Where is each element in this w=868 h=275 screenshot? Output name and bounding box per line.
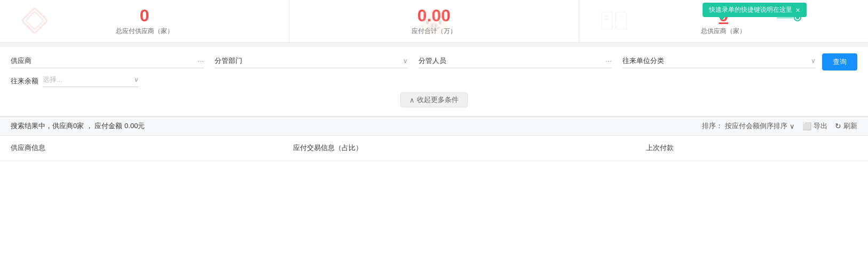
refresh-icon: ↻ [835, 122, 841, 130]
collapse-icon: ∧ [409, 96, 415, 104]
balance-placeholder: 选择... [43, 75, 134, 84]
total-suppliers-label: 总供应商（家） [701, 27, 746, 36]
refresh-label: 刷新 [843, 121, 857, 131]
col-payable-header: 应付交易信息（占比） [293, 143, 646, 153]
query-button[interactable]: 查询 [822, 53, 857, 70]
stat-payable-suppliers: 0 总应付供应商（家） [0, 0, 289, 42]
payable-suppliers-number: 0 [140, 6, 149, 25]
person-input[interactable] [446, 57, 605, 65]
tooltip-text: 快速录单的快捷键说明在这里 [709, 5, 792, 14]
svg-rect-3 [616, 12, 626, 29]
stat-total-suppliers: 快速录单的快捷键说明在这里 × 0 总供应商（家） [579, 0, 868, 42]
supplier-label: 供应商 [11, 56, 37, 66]
person-dots[interactable]: ··· [605, 57, 612, 65]
unit-category-chevron[interactable]: ∨ [811, 57, 816, 65]
table-header: 供应商信息 应付交易信息（占比） 上次付款 [0, 136, 868, 161]
dept-label: 分管部门 [215, 56, 242, 66]
result-amount: 应付金额 0.00元 [94, 122, 145, 130]
unit-category-label: 往来单位分类 [622, 56, 664, 66]
result-separator: ， [86, 122, 93, 130]
balance-label: 往来余额 [11, 76, 43, 86]
result-info: 搜索结果中，供应商0家 ， 应付金额 0.00元 [11, 121, 145, 131]
export-button[interactable]: ⬜ 导出 [802, 121, 827, 131]
collapse-button[interactable]: ∧ 收起更多条件 [400, 92, 468, 107]
search-area: 供应商 ··· 分管部门 ∨ 分管人员 ··· 往来单位分类 ∨ 查询 往来余额… [0, 47, 868, 116]
top-stats-bar: 0 总应付供应商（家） 🐷 0.00 应付合计（万） 快速录单的快捷键说明在这里… [0, 0, 868, 43]
stat-payable-total: 🐷 0.00 应付合计（万） [289, 0, 579, 42]
person-label: 分管人员 [419, 56, 446, 66]
result-text: 搜索结果中，供应商0家 [11, 122, 84, 130]
collapse-bar: ∧ 收起更多条件 [11, 89, 857, 112]
balance-select[interactable]: 选择... ∨ [43, 75, 139, 87]
balance-chevron[interactable]: ∨ [134, 76, 139, 83]
diamond-icon [21, 7, 48, 35]
piggy-icon: 🐷 [418, 6, 450, 36]
supplier-dots[interactable]: ··· [198, 57, 204, 65]
dept-chevron[interactable]: ∨ [403, 57, 408, 65]
search-row-1: 供应商 ··· 分管部门 ∨ 分管人员 ··· 往来单位分类 ∨ 查询 [11, 53, 857, 70]
sort-select[interactable]: 排序： 按应付会额倒序排序 ∨ [702, 121, 795, 131]
result-bar: 搜索结果中，供应商0家 ， 应付金额 0.00元 排序： 按应付会额倒序排序 ∨… [0, 116, 868, 136]
supplier-field: 供应商 ··· [11, 56, 204, 68]
result-actions: 排序： 按应付会额倒序排序 ∨ ⬜ 导出 ↻ 刷新 [702, 121, 857, 131]
export-icon: ⬜ [802, 122, 811, 130]
suppliers-icon [601, 11, 627, 32]
svg-rect-2 [602, 12, 612, 29]
unit-category-input[interactable] [664, 57, 811, 65]
col-lastpay-header: 上次付款 [646, 143, 858, 153]
table-body [0, 161, 868, 275]
sort-value: 按应付会额倒序排序 [725, 121, 787, 131]
dept-field: 分管部门 ∨ [215, 56, 408, 68]
refresh-button[interactable]: ↻ 刷新 [835, 121, 857, 131]
col-supplier-header: 供应商信息 [11, 143, 293, 153]
sort-chevron[interactable]: ∨ [790, 122, 795, 130]
export-label: 导出 [814, 121, 827, 131]
search-row-2: 往来余额 选择... ∨ [11, 75, 857, 87]
payable-suppliers-label: 总应付供应商（家） [116, 27, 173, 36]
supplier-input[interactable] [37, 57, 198, 65]
person-field: 分管人员 ··· [419, 56, 612, 68]
sort-label: 排序： [702, 121, 723, 131]
tooltip-close-btn[interactable]: × [795, 6, 800, 14]
tooltip-bubble: 快速录单的快捷键说明在这里 × [703, 3, 806, 17]
collapse-label: 收起更多条件 [417, 95, 459, 105]
dept-input[interactable] [242, 57, 403, 65]
unit-category-field: 往来单位分类 ∨ [622, 56, 816, 68]
